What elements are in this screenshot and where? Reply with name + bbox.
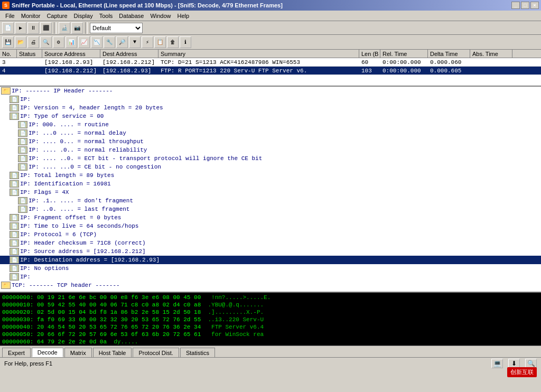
decode-line[interactable]: 📄 IP: Header checksum = 71C8 (correct) xyxy=(0,239,541,247)
tb2-btn14[interactable]: 🗑 xyxy=(167,36,179,48)
status-btn3[interactable]: 🔍 xyxy=(525,359,537,368)
decode-line[interactable]: 📄 IP: .... 0... = normal throughput xyxy=(0,137,541,146)
menu-item-help[interactable]: Help xyxy=(174,12,193,20)
doc-icon: 📄 xyxy=(10,239,19,247)
tb2-btn12[interactable]: ⚡ xyxy=(142,36,153,48)
hex-offset: 00000000: xyxy=(2,294,37,301)
decode-line[interactable]: 📄 IP: xyxy=(0,273,541,281)
tab-expert[interactable]: Expert xyxy=(2,348,31,357)
open-button[interactable]: ▶ xyxy=(15,22,26,34)
status-btn2[interactable]: ⬇ xyxy=(508,359,520,368)
tab-statistics[interactable]: Statistics xyxy=(180,348,215,357)
stop-button[interactable]: ⬛ xyxy=(40,22,52,34)
decode-line[interactable]: 📄 IP: .... ...0 = CE bit - no congestion xyxy=(0,163,541,171)
minimize-button[interactable]: _ xyxy=(511,2,520,9)
decode-line[interactable]: 📄 IP: Total length = 89 bytes xyxy=(0,171,541,180)
packet-cell xyxy=(17,67,42,74)
decode-line[interactable]: 📄 IP: Identification = 16981 xyxy=(0,180,541,188)
status-btn1[interactable]: 💻 xyxy=(491,359,503,368)
decode-line[interactable]: 📄 IP: .1.. .... = don't fragment xyxy=(0,197,541,205)
tab-protocol-dist.[interactable]: Protocol Dist. xyxy=(133,348,179,357)
packet-cell xyxy=(470,67,512,74)
decode-line[interactable]: 📄 IP: Fragment offset = 0 bytes xyxy=(0,213,541,222)
separator-1 xyxy=(54,22,57,34)
hex-bytes: 64 79 2e 2e 2e 0d 0a xyxy=(37,339,114,345)
decode-line[interactable]: 📄 IP: xyxy=(0,95,541,104)
tab-decode[interactable]: Decode xyxy=(32,348,63,357)
maximize-button[interactable]: □ xyxy=(521,2,529,9)
tb2-btn9[interactable]: 🔧 xyxy=(104,36,115,48)
decode-line[interactable]: 📄 IP: Source address = [192.168.2.212] xyxy=(0,247,541,256)
tb2-btn8[interactable]: 📉 xyxy=(91,36,102,48)
decode-line[interactable]: 📄 IP: Type of service = 00 xyxy=(0,112,541,120)
decode-line[interactable]: 📄 IP: No options xyxy=(0,264,541,273)
menu-item-file[interactable]: File xyxy=(2,12,18,20)
decode-line[interactable]: 📄 IP: Flags = 4X xyxy=(0,188,541,197)
menu-item-display[interactable]: Display xyxy=(71,12,96,20)
doc-icon: 📄 xyxy=(10,104,19,111)
packet-list: No. Status Source Address Dest Address S… xyxy=(0,50,541,87)
decode-text: IP: .... ..0. = ECT bit - transport prot… xyxy=(29,155,262,162)
tb2-btn10[interactable]: 🔎 xyxy=(116,36,128,48)
decode-text: IP: Identification = 16981 xyxy=(20,181,111,187)
menu-item-capture[interactable]: Capture xyxy=(43,12,70,20)
decode-panel[interactable]: 📁 IP: ------- IP Header -------📄 IP:📄 IP… xyxy=(0,87,541,293)
packet-row[interactable]: 4[192.168.2.212][192.168.2.93]FTP: R POR… xyxy=(0,67,541,75)
capture-button[interactable]: 📷 xyxy=(71,22,83,34)
decode-text: IP: 000. .... = routine xyxy=(29,122,109,128)
decode-line[interactable]: 📁 TCP: ------- TCP header ------- xyxy=(0,281,541,290)
decode-line[interactable]: 📄 IP: .... ..0. = ECT bit - transport pr… xyxy=(0,154,541,163)
filter-button[interactable]: 🔬 xyxy=(59,22,70,34)
doc-icon: 📄 xyxy=(18,121,27,128)
packet-rows: 3[192.168.2.93][192.168.2.212]TCP: D=21 … xyxy=(0,58,541,75)
tb2-btn4[interactable]: 🔍 xyxy=(40,36,52,48)
tb2-btn13[interactable]: 📋 xyxy=(154,36,166,48)
hex-ascii: ..i3..220 Serv-U xyxy=(208,316,264,323)
decode-line[interactable]: 📄 IP: 000. .... = routine xyxy=(0,120,541,129)
col-header-status: Status xyxy=(17,50,42,58)
doc-icon: 📄 xyxy=(10,231,19,238)
doc-icon: 📄 xyxy=(18,197,27,204)
menu-item-tools[interactable]: Tools xyxy=(96,12,116,20)
menu-item-window[interactable]: Window xyxy=(147,12,174,20)
tab-host-table[interactable]: Host Table xyxy=(93,348,132,357)
packet-cell: 4 xyxy=(0,67,17,74)
hex-bytes: 00 59 42 55 40 00 40 06 71 c8 c0 a8 02 d… xyxy=(37,302,208,308)
hex-ascii: !nn?.....>.....E. xyxy=(208,294,270,301)
decode-text: IP: Flags = 4X xyxy=(20,189,69,195)
decode-line[interactable]: 📄 IP: Protocol = 6 (TCP) xyxy=(0,230,541,239)
tb2-btn3[interactable]: 🖨 xyxy=(27,36,39,48)
decode-line[interactable]: 📄 IP: Destination address = [192.168.2.9… xyxy=(0,256,541,264)
decode-line[interactable]: 📄 IP: ...0 .... = normal delay xyxy=(0,129,541,137)
tb2-btn1[interactable]: 💾 xyxy=(2,36,14,48)
tb2-btn5[interactable]: ⚙ xyxy=(53,36,64,48)
decode-line[interactable]: 📁 IP: ------- IP Header ------- xyxy=(0,87,541,95)
packet-row[interactable]: 3[192.168.2.93][192.168.2.212]TCP: D=21 … xyxy=(0,58,541,67)
decode-text: IP: Header checksum = 71C8 (correct) xyxy=(20,240,146,246)
profile-dropdown[interactable]: Default xyxy=(90,23,143,33)
decode-line[interactable]: 📄 IP: Time to live = 64 seconds/hops xyxy=(0,222,541,230)
menu-item-database[interactable]: Database xyxy=(116,12,147,20)
tb2-btn6[interactable]: 📊 xyxy=(66,36,77,48)
doc-icon: 📄 xyxy=(10,189,19,196)
watermark-text: 创新互联 xyxy=(510,368,534,376)
tab-matrix[interactable]: Matrix xyxy=(64,348,92,357)
close-button[interactable]: × xyxy=(530,2,539,9)
decode-text: IP: Time to live = 64 seconds/hops xyxy=(20,223,138,229)
col-header-rel: Rel. Time xyxy=(380,50,428,58)
tb2-btn7[interactable]: 📈 xyxy=(78,36,90,48)
tb2-btn11[interactable]: ▼ xyxy=(129,36,141,48)
decode-line[interactable]: 📄 IP: Version = 4, header length = 20 by… xyxy=(0,104,541,112)
menu-item-monitor[interactable]: Monitor xyxy=(18,12,44,20)
tb2-btn2[interactable]: 📂 xyxy=(15,36,26,48)
new-button[interactable]: 📄 xyxy=(2,22,14,34)
decode-line[interactable]: 📄 IP: ..0. .... = last fragment xyxy=(0,205,541,213)
hex-panel[interactable]: 00000000: 00 19 21 6e 6e bc 00 00 e8 f6 … xyxy=(0,293,541,346)
doc-icon: 📄 xyxy=(10,265,19,272)
decode-line[interactable]: 📄 IP: .... .0.. = normal reliability xyxy=(0,146,541,154)
tb2-btn15[interactable]: ℹ xyxy=(180,36,191,48)
decode-text: IP: Total length = 89 bytes xyxy=(20,172,114,179)
hex-bytes: fa f0 69 33 00 00 32 32 30 20 53 65 72 7… xyxy=(37,316,208,323)
pause-button[interactable]: ⏸ xyxy=(27,22,39,34)
hex-bytes: 20 46 54 50 20 53 65 72 76 65 72 20 76 3… xyxy=(37,324,208,330)
